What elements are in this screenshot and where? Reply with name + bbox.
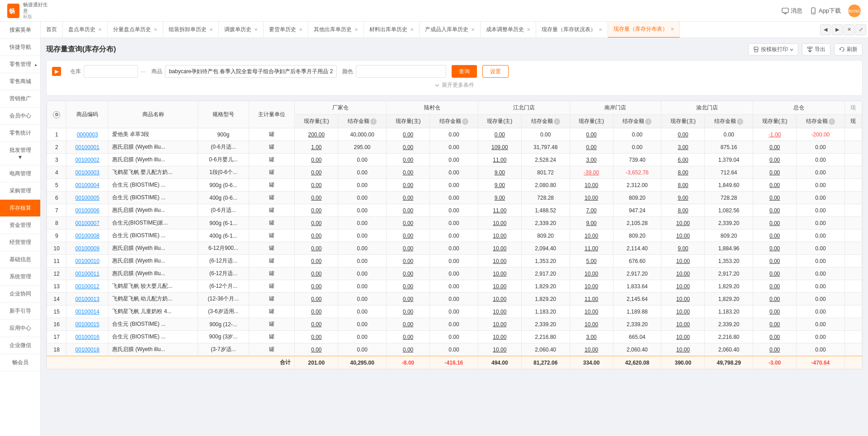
row-w3-qty[interactable]: 10.00 (478, 242, 521, 255)
row-w2-qty[interactable]: 0.00 (387, 280, 430, 293)
row-w1-qty[interactable]: 0.00 (295, 305, 338, 318)
sidebar-item-basic[interactable]: 基础信息 (0, 251, 40, 268)
row-w2-qty[interactable]: 0.00 (387, 204, 430, 217)
w3-amt-info-icon[interactable]: i (554, 118, 560, 125)
row-w4-qty[interactable]: 0.00 (570, 141, 613, 154)
row-w2-qty[interactable]: 0.00 (387, 154, 430, 166)
sidebar-item-retail-store[interactable]: 零售商城 (0, 73, 40, 90)
w4-amt-info-icon[interactable]: i (645, 118, 651, 125)
row-w3-qty[interactable]: 9.00 (478, 192, 521, 204)
tab-stock-dist[interactable]: 现存量（库存分布表） ✕ (608, 22, 680, 38)
product-input[interactable] (165, 65, 337, 78)
tab-cost-adjust[interactable]: 成本调整单历史 ✕ (481, 22, 536, 38)
row-w2-qty[interactable]: 0.00 (387, 166, 430, 179)
sidebar-item-ecommerce[interactable]: 电商管理 (0, 165, 40, 183)
w5-amt-info-icon[interactable]: i (737, 118, 743, 125)
row-w2-qty[interactable]: 0.00 (387, 267, 430, 280)
sidebar-item-inventory[interactable]: 库存核算 (0, 200, 40, 217)
row-w2-qty[interactable]: 0.00 (387, 318, 430, 331)
row-w5-qty[interactable]: 10.00 (661, 217, 705, 230)
row-total-qty[interactable]: 0.00 (753, 318, 797, 331)
row-w1-qty[interactable]: 1.00 (295, 141, 338, 154)
row-total-qty[interactable]: 0.00 (753, 305, 797, 318)
row-w2-qty[interactable]: 0.00 (387, 293, 430, 305)
tab-home[interactable]: 首页 (41, 22, 63, 38)
tab-expand-btn[interactable]: ⤢ (855, 24, 866, 35)
tab-close-material-out[interactable]: ✕ (410, 27, 414, 32)
row-w3-qty[interactable]: 10.00 (478, 267, 521, 280)
row-w5-qty[interactable]: 10.00 (661, 267, 705, 280)
row-w1-qty[interactable]: 0.00 (295, 331, 338, 343)
col-gear[interactable]: ⚙ (47, 101, 66, 128)
row-code[interactable]: 00100004 (66, 179, 108, 192)
row-w5-qty[interactable]: 8.00 (661, 166, 705, 179)
sidebar-item-guide[interactable]: 新手引导 (0, 303, 40, 320)
row-w5-qty[interactable]: 10.00 (661, 280, 705, 293)
row-w3-qty[interactable]: 10.00 (478, 217, 521, 230)
tab-prev-btn[interactable]: ◀ (820, 24, 831, 35)
w2-amt-info-icon[interactable]: i (462, 118, 468, 125)
row-w5-qty[interactable]: 10.00 (661, 343, 705, 356)
row-w5-qty[interactable]: 6.00 (661, 154, 705, 166)
row-total-qty[interactable]: 0.00 (753, 204, 797, 217)
total-amt-info-icon[interactable]: i (829, 118, 835, 125)
row-total-qty[interactable]: 0.00 (753, 179, 797, 192)
row-code[interactable]: 00100008 (66, 230, 108, 242)
w1-amt-info-icon[interactable]: i (370, 118, 377, 125)
messages-btn[interactable]: 消息 (782, 7, 802, 15)
row-w4-qty[interactable]: -39.00 (570, 166, 613, 179)
row-code[interactable]: 00100002 (66, 154, 108, 166)
row-code[interactable]: 00100018 (66, 343, 108, 356)
row-w4-qty[interactable]: 10.00 (570, 192, 613, 204)
sidebar-item-system[interactable]: 系统管理 (0, 268, 40, 286)
row-w2-qty[interactable]: 0.00 (387, 255, 430, 267)
row-total-qty[interactable]: 0.00 (753, 255, 797, 267)
row-w1-qty[interactable]: 0.00 (295, 179, 338, 192)
tab-close-all-btn[interactable]: ✕ (844, 24, 854, 35)
row-w4-qty[interactable]: 10.00 (570, 343, 613, 356)
row-code[interactable]: 00100016 (66, 331, 108, 343)
row-code[interactable]: 00100015 (66, 318, 108, 331)
row-w1-qty[interactable]: 0.00 (295, 293, 338, 305)
row-w4-qty[interactable]: 10.00 (570, 280, 613, 293)
sidebar-item-corp-wechat[interactable]: 企业微信 (0, 337, 40, 354)
tab-close-spot-history[interactable]: ✕ (98, 27, 102, 32)
row-total-qty[interactable]: 0.00 (753, 192, 797, 204)
row-w5-qty[interactable]: 8.00 (661, 179, 705, 192)
row-code[interactable]: 00100001 (66, 141, 108, 154)
row-w4-qty[interactable]: 5.00 (570, 255, 613, 267)
row-w1-qty[interactable]: 0.00 (295, 255, 338, 267)
search-btn[interactable]: 查询 (452, 65, 477, 78)
row-code[interactable]: 0000003 (66, 128, 108, 141)
row-w2-qty[interactable]: 0.00 (387, 179, 430, 192)
row-w4-qty[interactable]: 0.00 (570, 128, 613, 141)
row-w2-qty[interactable]: 0.00 (387, 141, 430, 154)
row-w3-qty[interactable]: 9.00 (478, 166, 521, 179)
app-download-btn[interactable]: App下载 (810, 7, 841, 15)
row-total-qty[interactable]: 0.00 (753, 343, 797, 356)
tab-material-out[interactable]: 材料出库单历史 ✕ (364, 22, 420, 38)
row-w3-qty[interactable]: 10.00 (478, 293, 521, 305)
row-w5-qty[interactable]: 10.00 (661, 305, 705, 318)
tab-stock-status[interactable]: 现存量（库存状况表） ✕ (536, 22, 608, 38)
sidebar-item-member[interactable]: 会员中心 (0, 108, 40, 125)
row-w1-qty[interactable]: 0.00 (295, 343, 338, 356)
sidebar-item-ops[interactable]: 经营管理 (0, 234, 40, 251)
tab-close-cost-adjust[interactable]: ✕ (527, 27, 530, 32)
row-w2-qty[interactable]: 0.00 (387, 305, 430, 318)
row-w5-qty[interactable]: 8.00 (661, 204, 705, 217)
row-total-qty[interactable]: 0.00 (753, 230, 797, 242)
row-total-qty[interactable]: 0.00 (753, 154, 797, 166)
tab-close-group[interactable]: ✕ (209, 27, 213, 32)
row-w4-qty[interactable]: 10.00 (570, 230, 613, 242)
row-total-qty[interactable]: -1.00 (753, 128, 797, 141)
sidebar-item-finance[interactable]: 资金管理 (0, 217, 40, 234)
row-code[interactable]: 00100011 (66, 267, 108, 280)
sidebar-item-retail-stats[interactable]: 零售统计 (0, 125, 40, 142)
row-w2-qty[interactable]: 0.00 (387, 343, 430, 356)
row-w3-qty[interactable]: 10.00 (478, 343, 521, 356)
row-w3-qty[interactable]: 10.00 (478, 230, 521, 242)
user-menu[interactable]: demo2 (848, 5, 861, 17)
row-w4-qty[interactable]: 7.00 (570, 204, 613, 217)
row-w4-qty[interactable]: 9.00 (570, 217, 613, 230)
